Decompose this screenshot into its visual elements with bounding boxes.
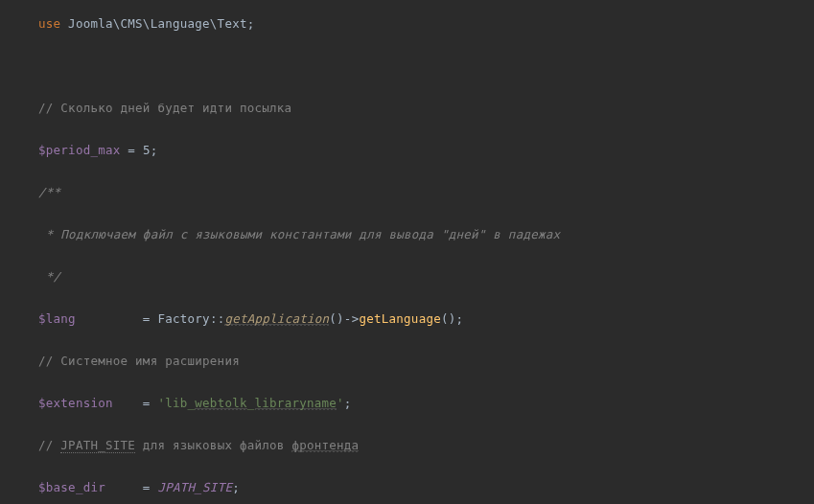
- code-line: $lang = Factory::getApplication()->getLa…: [38, 309, 814, 330]
- fn-getApplication: getApplication: [224, 311, 329, 327]
- var-extension: $extension: [38, 396, 113, 410]
- var-base-dir: $base_dir: [38, 480, 105, 494]
- code-line-empty: [38, 56, 814, 77]
- comment-line: // Сколько дней будет идти посылка: [38, 98, 814, 119]
- fn-getLanguage: getLanguage: [359, 311, 441, 326]
- comment-line: // Системное имя расширения: [38, 351, 814, 372]
- namespace-path: Joomla\CMS\Language\Text: [68, 16, 247, 31]
- number-literal: 5: [143, 143, 151, 157]
- code-line: $base_dir = JPATH_SITE;: [38, 477, 814, 498]
- docblock-line: */: [38, 266, 814, 287]
- code-line: use Joomla\CMS\Language\Text;: [38, 13, 814, 34]
- code-line: $extension = 'lib_webtolk_libraryname';: [38, 393, 814, 414]
- const-jpath-site: JPATH_SITE: [157, 480, 232, 494]
- code-editor[interactable]: use Joomla\CMS\Language\Text; // Сколько…: [0, 0, 814, 504]
- comment-line: // JPATH_SITE для языковых файлов фронте…: [38, 435, 814, 456]
- keyword-use: use: [38, 16, 60, 31]
- var-lang: $lang: [38, 311, 76, 326]
- var-period-max: $period_max: [38, 143, 121, 157]
- docblock-line: * Подключаем файл с языковыми константам…: [38, 224, 814, 245]
- code-line: $period_max = 5;: [38, 140, 814, 161]
- class-factory: Factory: [157, 311, 209, 326]
- docblock-line: /**: [38, 182, 814, 203]
